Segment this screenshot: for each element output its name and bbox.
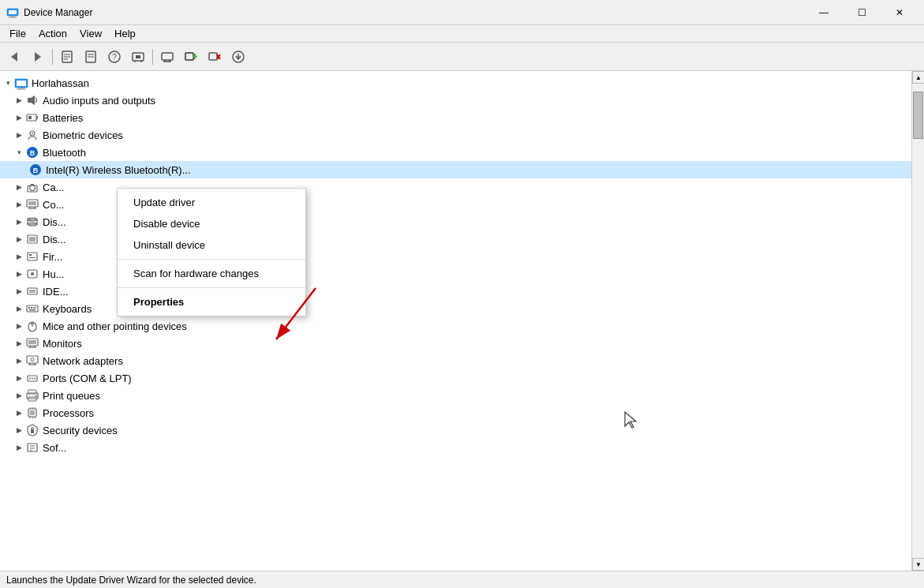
root-toggle[interactable]: ▾: [2, 77, 14, 89]
minimize-button[interactable]: —: [806, 0, 842, 25]
bluetooth-icon: B: [25, 145, 39, 159]
firmware-toggle[interactable]: ▶: [13, 250, 25, 263]
tree-root[interactable]: ▾ Horlahassan: [0, 74, 911, 92]
ide-label: IDE...: [43, 286, 69, 298]
device-tree[interactable]: ▾ Horlahassan ▶ Audio inp: [0, 71, 911, 571]
svg-rect-68: [28, 307, 30, 309]
batteries-icon: [25, 110, 39, 125]
maximize-button[interactable]: ☐: [844, 0, 880, 25]
scrollbar[interactable]: ▲ ▼: [911, 71, 924, 571]
print-icon: [25, 388, 39, 403]
back-button[interactable]: [3, 46, 25, 68]
tree-item-print[interactable]: ▶ Print queues: [0, 387, 911, 404]
tree-item-network[interactable]: ▶ Network adapters: [0, 352, 911, 369]
biometric-toggle[interactable]: ▶: [13, 129, 25, 141]
svg-rect-23: [185, 53, 193, 60]
security-toggle[interactable]: ▶: [13, 424, 25, 436]
svg-point-103: [32, 428, 34, 430]
close-button[interactable]: ✕: [881, 0, 918, 25]
ctx-scan-hardware[interactable]: Scan for hardware changes: [118, 263, 305, 284]
tree-item-monitors[interactable]: ▶ Monitors: [0, 335, 911, 352]
tree-item-biometric[interactable]: ▶ Biometric devices: [0, 126, 911, 144]
bluetooth-sub-label: Intel(R) Wireless Bluetooth(R)...: [46, 164, 191, 176]
svg-rect-95: [30, 410, 35, 415]
mice-label: Mice and other pointing devices: [43, 320, 187, 332]
ports-toggle[interactable]: ▶: [13, 372, 25, 384]
software-toggle[interactable]: ▶: [13, 441, 25, 454]
network-label: Network adapters: [43, 355, 123, 367]
audio-icon: [25, 93, 39, 107]
svg-rect-18: [136, 55, 140, 58]
svg-rect-34: [18, 88, 24, 89]
svg-rect-35: [17, 89, 26, 90]
properties-button[interactable]: [56, 46, 78, 68]
keyboards-toggle[interactable]: ▶: [13, 302, 25, 315]
disk2-icon: [25, 232, 39, 246]
audio-toggle[interactable]: ▶: [13, 94, 25, 107]
tree-item-audio[interactable]: ▶ Audio inputs and outputs: [0, 92, 911, 109]
window-title: Device Manager: [24, 7, 806, 18]
cameras-toggle[interactable]: ▶: [13, 181, 25, 193]
svg-rect-77: [28, 340, 36, 344]
svg-rect-70: [33, 307, 35, 309]
svg-rect-39: [36, 116, 38, 119]
scroll-thumb[interactable]: [913, 92, 923, 139]
print-toggle[interactable]: ▶: [13, 389, 25, 402]
ctx-update-driver[interactable]: Update driver: [118, 192, 305, 213]
security-label: Security devices: [43, 425, 118, 436]
disk2-toggle[interactable]: ▶: [13, 233, 25, 245]
menu-help[interactable]: Help: [108, 26, 142, 41]
tree-item-software[interactable]: ▶ Sof...: [0, 439, 911, 456]
svg-point-87: [29, 378, 31, 380]
menu-view[interactable]: View: [73, 26, 108, 41]
bluetooth-label: Bluetooth: [43, 147, 86, 159]
update-driver-button[interactable]: [80, 46, 102, 68]
monitors-toggle[interactable]: ▶: [13, 337, 25, 350]
computer-button[interactable]: [156, 46, 178, 68]
tree-item-ports[interactable]: ▶ Ports (COM & LPT): [0, 369, 911, 387]
svg-rect-3: [9, 17, 17, 17]
tree-item-bluetooth-sub[interactable]: B Intel(R) Wireless Bluetooth(R)...: [0, 161, 911, 178]
disk1-toggle[interactable]: ▶: [13, 215, 25, 228]
download-button[interactable]: [227, 46, 249, 68]
scroll-up-button[interactable]: ▲: [912, 71, 924, 84]
computer-toggle[interactable]: ▶: [13, 198, 25, 211]
uninstall-button[interactable]: [204, 46, 226, 68]
ctx-uninstall-device[interactable]: Uninstall device: [118, 234, 305, 256]
tree-item-security[interactable]: ▶ Security devices: [0, 421, 911, 439]
menu-action[interactable]: Action: [32, 26, 73, 41]
app-icon: [6, 6, 19, 19]
help-button[interactable]: ?: [103, 46, 125, 68]
svg-text:B: B: [33, 167, 39, 174]
add-device-button[interactable]: [180, 46, 202, 68]
scroll-track[interactable]: [912, 84, 924, 558]
toolbar-sep-2: [152, 49, 153, 65]
network-toggle[interactable]: ▶: [13, 354, 25, 367]
software-icon: [25, 440, 39, 455]
scroll-down-button[interactable]: ▼: [912, 558, 924, 571]
ctx-disable-device[interactable]: Disable device: [118, 213, 305, 234]
bluetooth-toggle[interactable]: ▾: [13, 146, 25, 159]
tree-item-mice[interactable]: ▶ Mice and other pointing devices: [0, 317, 911, 335]
status-bar: Launches the Update Driver Wizard for th…: [0, 571, 924, 588]
forward-button[interactable]: [27, 46, 49, 68]
scan-hardware-button[interactable]: [127, 46, 149, 68]
svg-rect-66: [29, 290, 36, 293]
tree-item-processors[interactable]: ▶ Processors: [0, 404, 911, 421]
svg-rect-51: [28, 201, 36, 205]
tree-item-bluetooth[interactable]: ▾ B Bluetooth: [0, 144, 911, 161]
processors-toggle[interactable]: ▶: [13, 406, 25, 419]
svg-rect-33: [17, 81, 26, 86]
monitors-icon: [25, 336, 39, 350]
svg-rect-40: [28, 116, 32, 119]
ide-toggle[interactable]: ▶: [13, 285, 25, 298]
ctx-properties[interactable]: Properties: [118, 291, 305, 313]
hid-toggle[interactable]: ▶: [13, 268, 25, 280]
svg-point-82: [31, 358, 34, 361]
svg-marker-4: [11, 52, 17, 62]
batteries-toggle[interactable]: ▶: [13, 111, 25, 124]
tree-item-batteries[interactable]: ▶ Batteries: [0, 109, 911, 126]
mice-toggle[interactable]: ▶: [13, 320, 25, 332]
svg-point-88: [32, 378, 33, 380]
menu-file[interactable]: File: [3, 26, 32, 41]
